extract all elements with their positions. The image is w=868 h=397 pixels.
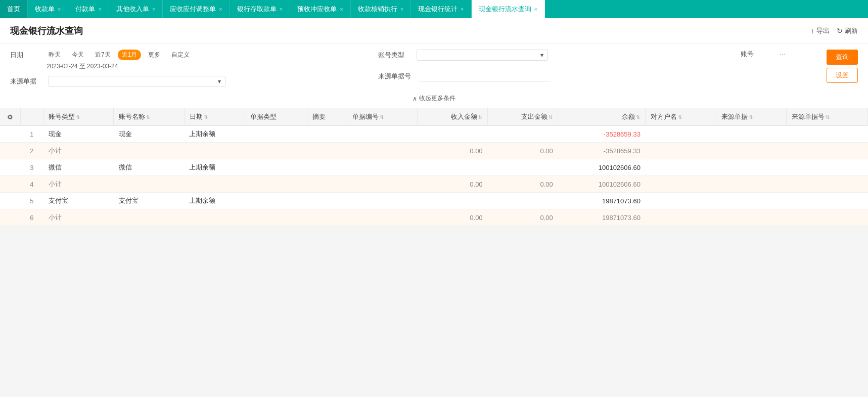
col-source-doc[interactable]: 来源单据⇅ [716,108,786,126]
row-income: 0.00 [417,176,487,193]
close-icon[interactable]: × [98,6,101,12]
row-settings-cell [0,193,20,209]
col-date[interactable]: 日期⇅ [184,108,245,126]
main-table: ⚙ 账号类型⇅ 账号名称⇅ 日期⇅ 单据类型 摘要 单据编号⇅ 收入金额⇅ [0,108,868,226]
row-source-doc-no [786,176,867,193]
collapse-filters-button[interactable]: ∧ 收起更多条件 [10,92,858,104]
close-icon[interactable]: × [219,6,222,12]
row-doc-type [245,126,307,143]
row-doc-no [347,159,417,176]
table-row[interactable]: 2 小计 0.00 0.00 -3528659.33 [0,143,868,159]
nav-advance-offset[interactable]: 预收冲应收单 × [290,0,350,18]
source-doc-select[interactable]: ▾ [49,76,225,87]
row-doc-type [245,193,307,209]
settings-button[interactable]: 设置 [827,68,858,83]
sort-icon: ⇅ [76,114,80,120]
table-row[interactable]: 1 现金 现金 上期余额 -3528659.33 [0,126,868,143]
col-counterparty[interactable]: 对方户名⇅ [646,108,716,126]
sort-icon: ⇅ [678,114,682,120]
nav-receipt-verify[interactable]: 收款核销执行 × [351,0,411,18]
row-balance: 19871073.60 [558,209,646,226]
row-summary [307,159,347,176]
row-settings-cell [0,209,20,226]
account-no-label: 账号 [741,50,771,59]
nav-other-income[interactable]: 其他收入单 × [109,0,163,18]
row-counterparty [646,176,716,193]
row-doc-type [245,176,307,193]
table-row[interactable]: 4 小计 0.00 0.00 100102606.60 [0,176,868,193]
table-row[interactable]: 5 支付宝 支付宝 上期余额 19871073.60 [0,193,868,209]
row-source-doc-no [786,126,867,143]
sort-icon: ⇅ [749,114,753,120]
nav-bank-deposit[interactable]: 银行存取款单 × [230,0,290,18]
row-income: 0.00 [417,143,487,159]
nav-home[interactable]: 首页 [0,0,28,18]
source-doc-no-label: 来源单据号 [378,72,411,81]
table-row[interactable]: 3 微信 微信 上期余额 100102606.60 [0,159,868,176]
close-icon[interactable]: × [58,6,61,12]
col-settings[interactable]: ⚙ [0,108,20,126]
date-yesterday[interactable]: 昨天 [44,50,65,60]
col-account-type[interactable]: 账号类型⇅ [43,108,114,126]
col-income[interactable]: 收入金额⇅ [417,108,487,126]
row-account-type: 小计 [43,143,114,159]
account-type-select[interactable]: ▾ [417,50,548,61]
row-summary [307,209,347,226]
nav-cash-bank-flow[interactable]: 现金银行流水查询 × [472,0,545,18]
sort-icon: ⇅ [380,114,384,120]
row-counterparty [646,159,716,176]
row-account-type: 微信 [43,159,114,176]
row-settings-cell [0,143,20,159]
close-icon[interactable]: × [461,6,464,12]
row-income [417,193,487,209]
close-icon[interactable]: × [280,6,283,12]
row-doc-no [347,176,417,193]
row-balance: -3528659.33 [558,143,646,159]
date-custom[interactable]: 自定义 [167,50,194,60]
close-icon[interactable]: × [340,6,343,12]
nav-payments[interactable]: 付款单 × [68,0,109,18]
sort-icon: ⇅ [478,114,482,120]
row-doc-type [245,209,307,226]
source-doc-no-input[interactable] [419,71,551,81]
close-icon[interactable]: × [400,6,403,12]
date-more[interactable]: 更多 [144,50,164,60]
col-account-name[interactable]: 账号名称⇅ [114,108,184,126]
close-icon[interactable]: × [152,6,155,12]
col-source-doc-no[interactable]: 来源单据号⇅ [786,108,867,126]
row-balance: 100102606.60 [558,176,646,193]
col-num [20,108,43,126]
row-account-name: 微信 [114,159,184,176]
query-button[interactable]: 查询 [827,50,858,65]
chevron-down-icon: ▾ [540,52,543,59]
table-row[interactable]: 6 小计 0.00 0.00 19871073.60 [0,209,868,226]
row-account-name [114,176,184,193]
row-num: 5 [20,193,43,209]
account-no-dots[interactable]: ··· [779,50,786,59]
nav-receipts[interactable]: 收款单 × [28,0,68,18]
export-button[interactable]: ↑ 导出 [811,26,830,35]
row-source-doc [716,193,786,209]
col-doc-no[interactable]: 单据编号⇅ [347,108,417,126]
row-expense [488,159,558,176]
row-source-doc [716,126,786,143]
row-account-type: 支付宝 [43,193,114,209]
col-expense[interactable]: 支出金额⇅ [488,108,558,126]
row-source-doc [716,159,786,176]
date-today[interactable]: 今天 [68,50,88,60]
date-7days[interactable]: 近7天 [91,50,115,60]
row-doc-no [347,209,417,226]
date-1month[interactable]: 近1月 [118,50,142,60]
row-num: 2 [20,143,43,159]
col-balance[interactable]: 余额⇅ [558,108,646,126]
close-icon[interactable]: × [534,6,537,12]
row-balance: -3528659.33 [558,126,646,143]
col-doc-type: 单据类型 [245,108,307,126]
refresh-button[interactable]: ↻ 刷新 [837,26,858,35]
row-income [417,159,487,176]
row-source-doc-no [786,209,867,226]
chevron-down-icon: ▾ [218,78,221,85]
sort-icon: ⇅ [204,114,208,120]
nav-ar-ap-adjust[interactable]: 应收应付调整单 × [163,0,230,18]
nav-cash-bank-stats[interactable]: 现金银行统计 × [411,0,471,18]
